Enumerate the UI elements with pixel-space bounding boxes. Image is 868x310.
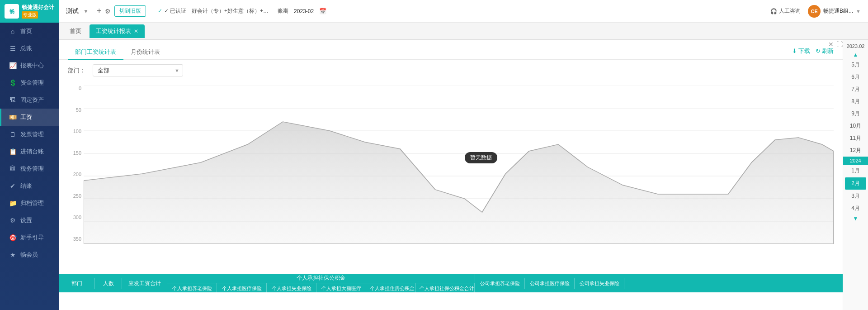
chevron-down-button[interactable]: ▼ xyxy=(843,215,868,223)
y-label-150: 150 xyxy=(68,150,84,156)
sidebar-label-sales: 进销台账 xyxy=(20,148,44,156)
sidebar-item-invoice[interactable]: 🗒 发票管理 xyxy=(0,126,59,143)
sidebar-item-funds[interactable]: 💲 资金管理 xyxy=(0,74,59,91)
add-icon[interactable]: + xyxy=(97,6,102,16)
tab-salary-label: 工资统计报表 xyxy=(96,27,131,35)
archive-icon: 📁 xyxy=(9,200,17,207)
th-personal-group: 个人承担社保公积金 个人承担养老保险 个人承担医疗保险 个人承担失业保险 个人承… xyxy=(167,274,475,294)
sidebar-label-ledger: 总账 xyxy=(20,44,32,52)
dept-select[interactable]: 全部 xyxy=(93,64,183,76)
th-headcount: 人数 xyxy=(95,278,122,289)
table-header: 部门 人数 应发工资合计 个人承担社保公积金 个人承担养老保险 个人承担医疗保险 xyxy=(59,274,843,292)
sidebar-label-tax: 税务管理 xyxy=(20,165,44,173)
th-personal-unemployment: 个人承担失业保险 xyxy=(267,283,316,294)
y-label-0: 0 xyxy=(68,86,84,91)
sidebar-item-member[interactable]: ★ 畅会员 xyxy=(0,246,59,263)
salary-icon: 💴 xyxy=(9,114,17,121)
y-axis: 350 300 250 200 150 100 50 0 xyxy=(68,86,84,244)
sales-icon: 📋 xyxy=(9,148,17,155)
period-value: 2023-02 xyxy=(294,8,314,14)
sub-tab-bar: 部门工资统计表 月份统计表 ⬇ 下载 ↻ 刷新 xyxy=(59,40,843,60)
toolbar: 部门： 全部 ▼ xyxy=(59,60,843,81)
th-company-unemployment: 公司承担失业保险 xyxy=(575,278,624,289)
th-personal-medical: 个人承担医疗保险 xyxy=(217,283,267,294)
topbar-right: 🎧 人工咨询 CE 畅捷通B组... ▼ xyxy=(770,5,861,18)
topbar-arrow-icon[interactable]: ▼ xyxy=(83,8,89,14)
area-path xyxy=(84,122,834,244)
expand-panel-button[interactable]: ⛶ xyxy=(836,41,843,48)
month-7[interactable]: 7月 xyxy=(843,83,868,95)
sidebar-item-settle[interactable]: ✔ 结账 xyxy=(0,177,59,195)
logo-text-block: 畅捷通好会计 专业版 xyxy=(22,4,54,19)
sidebar-item-archive[interactable]: 📁 归档管理 xyxy=(0,195,59,212)
gear-icon[interactable]: ⚙ xyxy=(105,8,111,15)
y-label-300: 300 xyxy=(68,215,84,220)
dept-select-wrapper: 全部 ▼ xyxy=(93,64,183,76)
month-11[interactable]: 11月 xyxy=(843,132,868,144)
funds-icon: 💲 xyxy=(9,79,17,86)
period-label: 账期 xyxy=(278,7,288,15)
status-tags: 好会计（专）+好生意（标）+… xyxy=(192,7,269,15)
ledger-icon: ☰ xyxy=(9,45,17,52)
chevron-up-button[interactable]: ▲ xyxy=(843,51,868,59)
sidebar-item-guide[interactable]: 🎯 新手引导 xyxy=(0,229,59,246)
month-5[interactable]: 5月 xyxy=(843,59,868,71)
sidebar-label-member: 畅会员 xyxy=(20,251,38,259)
logo-icon: 畅 xyxy=(5,4,19,19)
th-personal-group-label: 个人承担社保公积金 xyxy=(167,274,475,283)
chart-container: 350 300 250 200 150 100 50 0 xyxy=(68,86,834,258)
month-8[interactable]: 8月 xyxy=(843,95,868,108)
download-button[interactable]: ⬇ 下载 xyxy=(792,47,810,55)
headset-icon: 🎧 xyxy=(770,8,777,14)
user-menu[interactable]: CE 畅捷通B组... ▼ xyxy=(808,5,861,18)
app-version: 专业版 xyxy=(22,11,38,19)
month-6[interactable]: 6月 xyxy=(843,71,868,83)
month-9[interactable]: 9月 xyxy=(843,108,868,120)
assets-icon: 🏗 xyxy=(9,96,17,104)
sidebar-item-tax[interactable]: 🏛 税务管理 xyxy=(0,160,59,177)
invoice-icon: 🗒 xyxy=(9,131,17,138)
year-2024-label[interactable]: 2024 xyxy=(843,157,868,165)
content-area: ✕ ⛶ 部门工资统计表 月份统计表 ⬇ 下载 ↻ xyxy=(59,40,868,310)
sidebar: 畅 畅捷通好会计 专业版 ⌂ 首页 ☰ 总账 📈 报表中心 💲 资金管理 🏗 固… xyxy=(0,0,59,310)
month-2024-4[interactable]: 4月 xyxy=(843,202,868,215)
tab-close-icon[interactable]: ✕ xyxy=(134,28,138,34)
sidebar-item-sales[interactable]: 📋 进销台账 xyxy=(0,143,59,160)
switch-old-button[interactable]: 切到旧版 xyxy=(114,5,146,17)
tab-salary-report[interactable]: 工资统计报表 ✕ xyxy=(90,24,145,38)
sidebar-logo: 畅 畅捷通好会计 专业版 xyxy=(0,0,59,23)
sidebar-item-ledger[interactable]: ☰ 总账 xyxy=(0,40,59,57)
sidebar-label-assets: 固定资产 xyxy=(20,96,44,104)
month-12[interactable]: 12月 xyxy=(843,144,868,157)
year-month-display: 2023.02 xyxy=(843,42,868,51)
tab-home[interactable]: 首页 xyxy=(63,24,88,38)
month-2024-3[interactable]: 3月 xyxy=(843,190,868,202)
sidebar-item-home[interactable]: ⌂ 首页 xyxy=(0,23,59,40)
refresh-button[interactable]: ↻ 刷新 xyxy=(816,47,834,55)
sidebar-item-settings[interactable]: ⚙ 设置 xyxy=(0,212,59,229)
sub-tab-dept[interactable]: 部门工资统计表 xyxy=(68,45,123,60)
sidebar-item-reports[interactable]: 📈 报表中心 xyxy=(0,57,59,74)
th-dept: 部门 xyxy=(59,278,95,289)
verified-status: ✓ ✓ 已认证 xyxy=(158,7,186,15)
th-personal-major-medical: 个人承担大额医疗 xyxy=(316,283,366,294)
month-10[interactable]: 10月 xyxy=(843,120,868,132)
sidebar-label-salary: 工资 xyxy=(20,113,32,121)
sidebar-item-salary[interactable]: 💴 工资 xyxy=(0,109,59,126)
th-company-medical: 公司承担医疗保险 xyxy=(525,278,575,289)
close-panel-button[interactable]: ✕ xyxy=(828,41,834,48)
toolbar-right-buttons: ⬇ 下载 ↻ 刷新 xyxy=(792,47,834,58)
user-avatar: CE xyxy=(808,5,821,18)
month-2024-1[interactable]: 1月 xyxy=(843,165,868,177)
calendar-icon[interactable]: 📅 xyxy=(319,8,326,14)
topbar-title: 测试 xyxy=(66,7,79,15)
check-icon: ✓ xyxy=(158,8,162,14)
sidebar-label-funds: 资金管理 xyxy=(20,79,44,87)
sidebar-item-assets[interactable]: 🏗 固定资产 xyxy=(0,91,59,109)
sub-tab-monthly[interactable]: 月份统计表 xyxy=(123,45,167,60)
sidebar-label-invoice: 发票管理 xyxy=(20,130,44,138)
help-button[interactable]: 🎧 人工咨询 xyxy=(770,7,801,15)
right-panel: 2023.02 ▲ 5月 6月 7月 8月 9月 10月 11月 12月 202… xyxy=(843,40,868,310)
month-2024-2[interactable]: 2月 xyxy=(845,177,866,190)
sidebar-label-reports: 报表中心 xyxy=(20,62,44,70)
